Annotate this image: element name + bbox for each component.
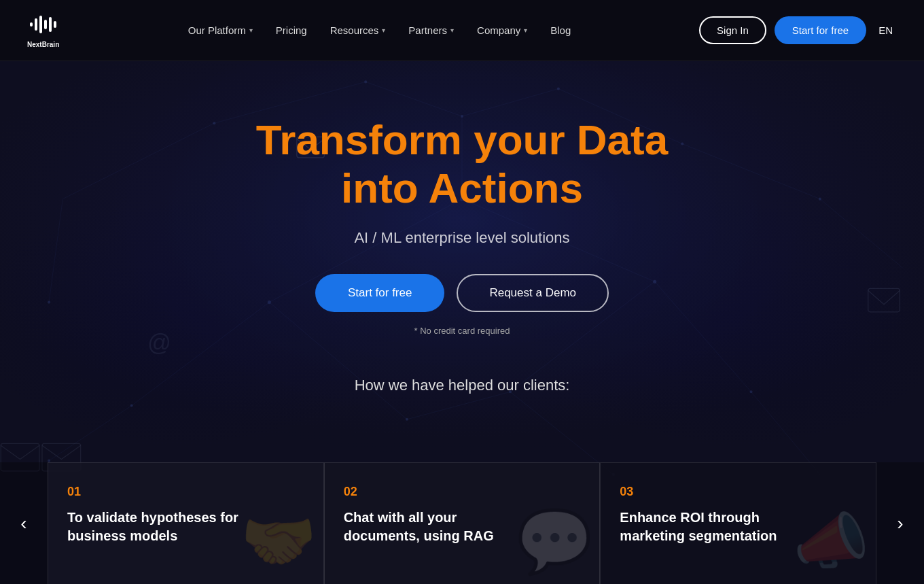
svg-rect-4 [49,17,52,32]
card-number-2: 02 [344,485,581,499]
client-card-1: 01 To validate hypotheses for business m… [48,462,324,584]
chevron-down-icon: ▾ [249,27,253,34]
svg-rect-2 [39,16,42,33]
nav-item-pricing[interactable]: Pricing [266,19,317,41]
card-number-3: 03 [620,485,857,499]
logo[interactable]: NextBrain [27,13,60,48]
nav-item-blog[interactable]: Blog [541,19,580,41]
svg-point-40 [48,301,50,304]
chat-icon: 💬 [516,506,592,577]
nav-item-resources[interactable]: Resources ▾ [321,19,395,41]
nav-item-company[interactable]: Company ▾ [467,19,537,41]
client-card-2: 02 Chat with all your documents, using R… [324,462,601,584]
start-free-nav-button[interactable]: Start for free [775,16,866,44]
card-number-1: 01 [67,485,304,499]
chevron-down-icon: ▾ [450,27,454,34]
svg-point-31 [406,418,408,421]
nav-actions: Sign In Start for free EN [699,16,897,44]
navbar: NextBrain Our Platform ▾ Pricing Resourc… [0,0,924,61]
hero-subtitle: AI / ML enterprise level solutions [256,229,668,247]
nav-item-platform[interactable]: Our Platform ▾ [179,19,262,41]
signin-button[interactable]: Sign In [699,16,766,44]
hero-content: Transform your Data into Actions AI / ML… [256,116,668,336]
no-credit-card-notice: * No credit card required [256,326,668,336]
nav-links: Our Platform ▾ Pricing Resources ▾ Partn… [179,19,581,41]
card-text-2: Chat with all your documents, using RAG [344,509,520,545]
svg-rect-1 [35,18,37,31]
start-free-hero-button[interactable]: Start for free [315,274,444,312]
request-demo-button[interactable]: Request a Demo [457,274,609,312]
clients-section: How we have helped our clients: [355,377,570,415]
hero-buttons: Start for free Request a Demo [256,274,668,312]
svg-rect-3 [44,20,47,29]
svg-rect-0 [30,22,33,27]
hero-title: Transform your Data into Actions [256,116,668,213]
card-text-1: To validate hypotheses for business mode… [67,509,244,545]
megaphone-icon: 📣 [793,506,869,577]
cards-row: ‹ 01 To validate hypotheses for business… [0,462,924,584]
client-card-3: 03 Enhance ROI through marketing segment… [600,462,876,584]
svg-point-36 [681,143,683,145]
svg-point-37 [819,198,821,201]
svg-point-35 [557,88,560,90]
chevron-down-icon: ▾ [382,27,385,34]
svg-point-30 [130,405,133,407]
svg-point-38 [364,80,367,83]
hero-section: @ Transform your Data into Actions AI / … [0,61,924,584]
svg-point-33 [750,390,753,393]
nav-item-partners[interactable]: Partners ▾ [399,19,463,41]
card-text-3: Enhance ROI through marketing segmentati… [620,509,796,545]
handshake-icon: 🤝 [241,506,317,577]
clients-title: How we have helped our clients: [355,377,570,394]
language-button[interactable]: EN [874,20,897,40]
chevron-down-icon: ▾ [524,27,527,34]
svg-point-39 [213,122,215,124]
svg-rect-5 [54,21,56,28]
cards-container: 01 To validate hypotheses for business m… [48,462,876,584]
svg-text:NextBrain: NextBrain [27,41,59,48]
carousel-next-button[interactable]: › [876,462,924,584]
carousel-prev-button[interactable]: ‹ [0,462,48,584]
svg-text:@: @ [147,330,171,356]
